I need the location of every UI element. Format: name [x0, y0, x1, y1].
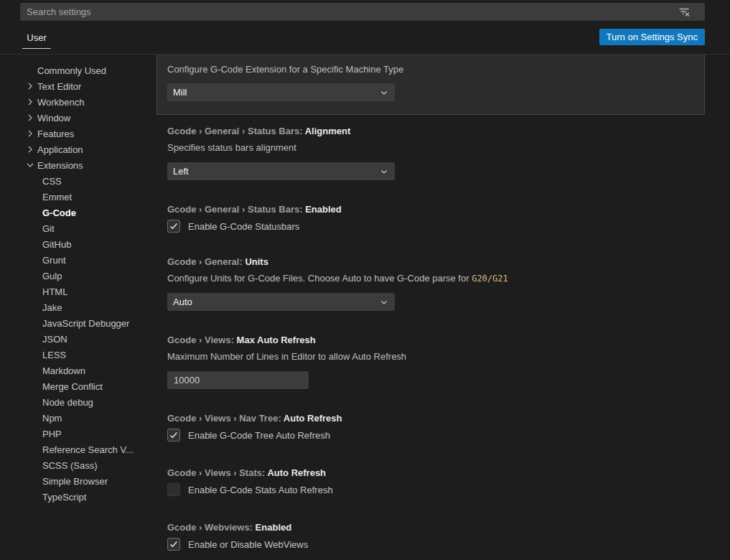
setting-title: Gcode › Views: Max Auto Refresh [167, 335, 730, 345]
setting-name: Units [245, 256, 268, 267]
sidebar-item-label: TypeScript [42, 492, 86, 503]
chevron-down-icon [379, 297, 389, 307]
sidebar-item-jake[interactable]: Jake [0, 299, 156, 315]
sidebar-item-window[interactable]: Window [0, 110, 156, 126]
sidebar-item-label: SCSS (Sass) [42, 460, 98, 471]
sidebar-item-label: Application [37, 144, 83, 155]
stats-auto-refresh-checkbox[interactable] [167, 483, 180, 496]
setting-name: Max Auto Refresh [237, 335, 316, 345]
sidebar-item-label: Simple Browser [42, 476, 108, 487]
checkbox-label: Enable G-Code Tree Auto Refresh [188, 430, 330, 441]
sidebar-item-emmet[interactable]: Emmet [0, 189, 156, 205]
setting-row-webviews-enabled: Gcode › Webviews: Enabled Enable or Disa… [167, 522, 730, 551]
setting-name: Enabled [256, 522, 292, 533]
sidebar-item-label: JSON [42, 334, 67, 345]
sidebar-item-grunt[interactable]: Grunt [0, 252, 156, 268]
units-dropdown[interactable]: Auto [167, 293, 395, 311]
sidebar-item-simple-browser[interactable]: Simple Browser [0, 473, 156, 489]
sidebar-item-text-editor[interactable]: Text Editor [0, 78, 156, 94]
setting-category: Gcode › General › Status Bars: [167, 126, 303, 136]
chevron-down-icon [24, 159, 37, 171]
search-input[interactable] [20, 3, 705, 21]
sidebar-item-label: Reference Search V... [42, 444, 134, 455]
machine-type-dropdown[interactable]: Mill [167, 83, 395, 101]
sidebar-item-label: Jake [42, 302, 62, 313]
chevron-right-icon [24, 80, 37, 92]
sidebar-item-scss-sass[interactable]: SCSS (Sass) [0, 457, 156, 473]
sidebar-item-merge-conflict[interactable]: Merge Conflict [0, 378, 156, 394]
sidebar-item-reference-search-v[interactable]: Reference Search V... [0, 442, 156, 457]
sidebar-item-label: Gulp [42, 271, 62, 281]
setting-category: Gcode › General › Status Bars: [167, 204, 303, 215]
sidebar-item-git[interactable]: Git [0, 220, 156, 236]
setting-name: Alignment [305, 126, 351, 136]
sidebar-item-json[interactable]: JSON [0, 331, 156, 347]
setting-row-statusbars-enabled: Gcode › General › Status Bars: Enabled E… [167, 204, 730, 233]
sidebar-item-label: JavaScript Debugger [42, 318, 129, 329]
sidebar-item-html[interactable]: HTML [0, 284, 156, 299]
setting-row-stats-auto-refresh: Gcode › Views › Stats: Auto Refresh Enab… [167, 467, 730, 496]
setting-title: Gcode › General: Units [167, 256, 730, 267]
sidebar-item-label: Git [42, 223, 55, 234]
sidebar-item-less[interactable]: LESS [0, 347, 156, 363]
tab-user[interactable]: User [22, 32, 51, 49]
sidebar-item-npm[interactable]: Npm [0, 410, 156, 426]
sidebar-item-css[interactable]: CSS [0, 173, 156, 189]
sidebar-item-label: Markdown [42, 365, 85, 376]
sidebar-item-workbench[interactable]: Workbench [0, 94, 156, 110]
setting-category: Gcode › General: [167, 256, 243, 267]
sidebar-item-label: Emmet [42, 192, 72, 202]
checkmark-icon [169, 430, 179, 440]
sidebar-item-label: PHP [42, 429, 62, 439]
sidebar-item-label: Extensions [37, 160, 83, 171]
setting-category: Gcode › Views › Stats: [167, 467, 265, 478]
checkmark-icon [169, 539, 179, 549]
filter-icon [678, 6, 690, 18]
sidebar-item-label: Window [37, 113, 70, 123]
checkmark-icon [169, 221, 179, 231]
sidebar-item-markdown[interactable]: Markdown [0, 363, 156, 378]
sidebar-item-features[interactable]: Features [0, 126, 156, 141]
sidebar-item-javascript-debugger[interactable]: JavaScript Debugger [0, 315, 156, 331]
sidebar-item-node-debug[interactable]: Node debug [0, 394, 156, 410]
sidebar-item-extensions[interactable]: Extensions [0, 157, 156, 173]
sidebar-item-typescript[interactable]: TypeScript [0, 489, 156, 505]
dropdown-value: Mill [173, 87, 187, 98]
settings-list: Configure G-Code Extension for a Specifi… [156, 55, 730, 560]
sidebar-item-g-code[interactable]: G-Code [0, 205, 156, 220]
sidebar-item-label: CSS [42, 176, 62, 187]
alignment-dropdown[interactable]: Left [167, 162, 395, 180]
setting-name: Auto Refresh [284, 413, 342, 424]
sidebar-item-label: Workbench [37, 97, 85, 108]
statusbars-enabled-checkbox[interactable] [167, 220, 180, 233]
sidebar-item-label: Node debug [42, 397, 93, 408]
setting-title: Gcode › Views › Nav Tree: Auto Refresh [167, 413, 730, 424]
setting-category: Gcode › Views › Nav Tree: [167, 413, 281, 424]
sidebar-item-commonly-used[interactable]: Commonly Used [0, 62, 156, 78]
navtree-auto-refresh-checkbox[interactable] [167, 429, 180, 442]
sidebar-item-label: Text Editor [37, 81, 81, 92]
sidebar-item-label: Grunt [42, 255, 66, 266]
max-auto-refresh-input[interactable] [167, 371, 309, 389]
dropdown-value: Left [173, 166, 189, 177]
chevron-right-icon [24, 128, 37, 139]
setting-row-statusbars-alignment: Gcode › General › Status Bars: Alignment… [167, 126, 730, 180]
sidebar-item-label: G-Code [42, 207, 76, 218]
spacer [24, 65, 37, 76]
chevron-down-icon [379, 167, 389, 177]
webviews-enabled-checkbox[interactable] [167, 538, 180, 551]
sidebar-item-application[interactable]: Application [0, 141, 156, 157]
sidebar-item-label: Commonly Used [37, 65, 106, 76]
checkbox-label: Enable G-Code Stats Auto Refresh [188, 485, 333, 495]
turn-on-settings-sync-button[interactable]: Turn on Settings Sync [599, 29, 705, 45]
setting-description: Configure Units for G-Code Files. Choose… [167, 273, 730, 284]
sidebar-item-gulp[interactable]: Gulp [0, 268, 156, 284]
setting-row-machine-type: Configure G-Code Extension for a Specifi… [156, 55, 705, 115]
sidebar-item-php[interactable]: PHP [0, 426, 156, 442]
setting-row-navtree-auto-refresh: Gcode › Views › Nav Tree: Auto Refresh E… [167, 413, 730, 442]
setting-name: Auto Refresh [267, 467, 326, 478]
sidebar-item-github[interactable]: GitHub [0, 236, 156, 252]
setting-title: Gcode › General › Status Bars: Alignment [167, 126, 730, 136]
filter-settings-button[interactable] [676, 5, 692, 19]
sidebar-item-label: Features [37, 129, 74, 139]
